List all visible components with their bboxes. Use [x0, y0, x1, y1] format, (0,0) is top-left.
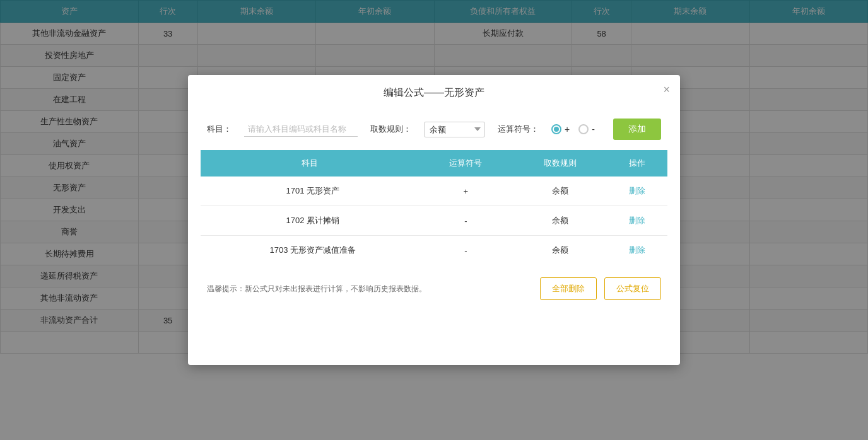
formula-operator: -	[419, 236, 513, 265]
formula-rule: 余额	[513, 236, 607, 265]
modal-close-button[interactable]: ×	[663, 84, 670, 95]
radio-minus-label: -	[592, 124, 595, 134]
delete-row-button[interactable]: 删除	[629, 245, 645, 255]
subject-input[interactable]	[244, 122, 358, 137]
modal-overlay: 编辑公式——无形资产 × 科目： 取数规则： 余额借方贷方借方发生额贷方发生额 …	[0, 0, 868, 440]
tip-text: 温馨提示：新公式只对未出报表进行计算，不影响历史报表数据。	[207, 284, 426, 294]
formula-rule: 余额	[513, 177, 607, 206]
formula-action: 删除	[607, 177, 668, 206]
modal-footer: 温馨提示：新公式只对未出报表进行计算，不影响历史报表数据。 全部删除 公式复位	[188, 265, 680, 306]
rule-label: 取数规则：	[370, 124, 411, 135]
col-action: 操作	[607, 150, 668, 177]
rule-select-wrap: 余额借方贷方借方发生额贷方发生额	[424, 122, 485, 137]
delete-row-button[interactable]: 删除	[629, 186, 645, 195]
formula-rule: 余额	[513, 206, 607, 236]
reset-formula-button[interactable]: 公式复位	[604, 277, 661, 300]
modal-dialog: 编辑公式——无形资产 × 科目： 取数规则： 余额借方贷方借方发生额贷方发生额 …	[188, 75, 680, 365]
col-operator: 运算符号	[419, 150, 513, 177]
form-row: 科目： 取数规则： 余额借方贷方借方发生额贷方发生额 运算符号： + -	[188, 110, 680, 150]
radio-minus[interactable]: -	[578, 124, 595, 134]
radio-minus-circle	[578, 124, 589, 134]
operator-radio-group: + -	[551, 124, 595, 134]
modal-header: 编辑公式——无形资产 ×	[188, 75, 680, 110]
data-table-wrap: 科目 运算符号 取数规则 操作 1701 无形资产+余额删除1702 累计摊销-…	[188, 150, 680, 265]
formula-table: 科目 运算符号 取数规则 操作 1701 无形资产+余额删除1702 累计摊销-…	[201, 150, 667, 265]
formula-row: 1701 无形资产+余额删除	[201, 177, 667, 206]
formula-subject: 1702 累计摊销	[201, 206, 419, 236]
modal-title: 编辑公式——无形资产	[384, 87, 484, 98]
formula-row: 1703 无形资产减值准备-余额删除	[201, 236, 667, 265]
formula-operator: -	[419, 206, 513, 236]
footer-buttons: 全部删除 公式复位	[540, 277, 661, 300]
formula-row: 1702 累计摊销-余额删除	[201, 206, 667, 236]
delete-row-button[interactable]: 删除	[629, 216, 645, 225]
radio-plus-circle	[551, 124, 561, 134]
col-subject: 科目	[201, 150, 419, 177]
col-rule: 取数规则	[513, 150, 607, 177]
formula-action: 删除	[607, 206, 668, 236]
operator-label: 运算符号：	[498, 124, 539, 135]
rule-select[interactable]: 余额借方贷方借方发生额贷方发生额	[424, 122, 485, 137]
radio-plus-label: +	[565, 124, 570, 134]
formula-subject: 1703 无形资产减值准备	[201, 236, 419, 265]
radio-plus[interactable]: +	[551, 124, 570, 134]
formula-action: 删除	[607, 236, 668, 265]
add-button[interactable]: 添加	[613, 119, 661, 140]
formula-subject: 1701 无形资产	[201, 177, 419, 206]
formula-operator: +	[419, 177, 513, 206]
main-container: 资产 行次 期末余额 年初余额 负债和所有者权益 行次 期末余额 年初余额 其他…	[0, 0, 868, 440]
delete-all-button[interactable]: 全部删除	[540, 277, 597, 300]
subject-label: 科目：	[207, 124, 232, 135]
